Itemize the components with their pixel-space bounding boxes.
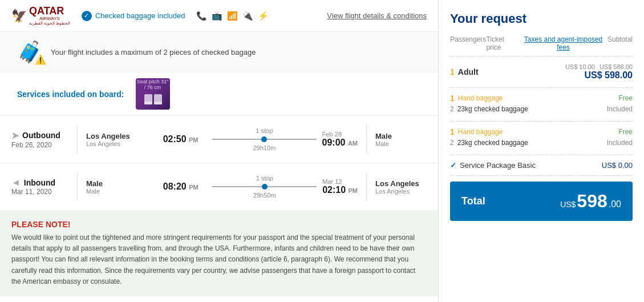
inbound-direction: ◄ Inbound Mar 11, 2020 (11, 178, 68, 196)
service-package-row: ✓ Service Package Basic US$ 0.00 (450, 155, 633, 176)
phone-icon: 📞 (196, 11, 207, 21)
outbound-label: Outbound (22, 131, 60, 140)
inbound-dest-code: Los Angeles (375, 188, 427, 195)
seat-image: Seat pitch 31" / 76 cm (136, 78, 170, 110)
outbound-divider (77, 125, 78, 154)
adult-price-details: US$ 10.00 US$ 588.00 US$ 598.00 (565, 63, 633, 80)
power-icon: 🔌 (242, 11, 253, 21)
adult-taxes-price: US$ 588.00 (600, 63, 633, 70)
inbound-origin: Male Male (86, 179, 149, 195)
outbound-origin-city: Los Angeles (86, 132, 149, 140)
seat-pitch-text: Seat pitch 31" / 76 cm (136, 79, 170, 90)
inbound-stop-dot (262, 184, 268, 190)
outbound-row: ➤ Outbound Feb 26, 2020 Los Angeles Los … (0, 116, 438, 163)
svg-rect-1 (144, 102, 152, 104)
outbound-direction: ➤ Outbound Feb 26, 2020 (11, 130, 68, 149)
total-cents: .00 (609, 199, 621, 210)
checked-baggage-num-2: 2 (450, 139, 454, 147)
inbound-arrival: Mar 12 02:10 PM (322, 178, 358, 195)
inbound-route-line (212, 184, 317, 190)
logo-arabic: الخطوط الجوية القطرية (29, 21, 70, 26)
baggage-section-1: 1 Hand baggage Free 2 23kg checked bagga… (450, 88, 633, 122)
outbound-arrival: Feb 28 09:00 AM (322, 131, 358, 148)
outbound-origin-code: Los Angeles (86, 140, 149, 147)
outbound-depart-time: 02:50 PM (155, 134, 206, 144)
baggage-icon: 🧳⚠️ (17, 40, 43, 64)
outbound-depart-time-value: 02:50 PM (163, 134, 199, 144)
adult-row: 1 Adult US$ 10.00 US$ 588.00 US$ 598.00 (450, 57, 633, 88)
checked-baggage-price-2: Included (607, 139, 633, 147)
your-request-title: Your request (450, 11, 633, 26)
checked-baggage-link[interactable]: ✓ Checked baggage included (82, 11, 185, 21)
service-package-price: US$ 0.00 (602, 161, 633, 170)
checked-baggage-label-1: 23kg checked baggage (457, 105, 528, 113)
request-header: Passengers Ticket price Taxes and agent-… (450, 35, 633, 57)
outbound-stops: 1 stop (256, 127, 273, 134)
total-bar: Total US$ 598 .00 (450, 182, 633, 221)
logo-bird-icon: 🦅 (11, 9, 27, 23)
check-icon: ✓ (82, 11, 92, 21)
outbound-plane-icon: ➤ (11, 130, 19, 141)
inbound-plane-icon: ◄ (11, 178, 21, 188)
hand-baggage-label-2: Hand baggage (458, 128, 503, 136)
checked-baggage-text: Checked baggage included (95, 11, 185, 20)
hand-baggage-row-1: 1 Hand baggage Free (450, 94, 633, 103)
note-body: We would like to point out the tightened… (11, 232, 427, 287)
service-check-icon: ✓ (450, 161, 456, 170)
inbound-destination: Los Angeles Los Angeles (375, 179, 427, 195)
outbound-arrive-time: 09:00 AM (322, 138, 358, 148)
service-icons: 📞 📺 📶 🔌 ⚡ (196, 11, 269, 21)
inbound-divider2 (366, 172, 367, 201)
inbound-origin-code: Male (86, 188, 149, 195)
hand-baggage-price-2: Free (618, 128, 633, 136)
adult-number: 1 (450, 67, 455, 76)
outbound-origin: Los Angeles Los Angeles (86, 132, 149, 147)
baggage-notice-text: Your flight includes a maximum of 2 piec… (51, 48, 256, 57)
usb-icon: ⚡ (258, 11, 269, 21)
svg-rect-3 (154, 102, 162, 104)
inbound-arrive-time: 02:10 PM (322, 185, 358, 195)
baggage-notice: 🧳⚠️ Your flight includes a maximum of 2 … (0, 32, 438, 73)
outbound-passenger-name: Male (375, 132, 427, 140)
inbound-depart-time: 08:20 PM (155, 182, 206, 192)
adult-label: Adult (458, 67, 479, 76)
outbound-passenger: Male Male (375, 132, 427, 147)
services-included-section: Services included on board: Seat pitch 3… (0, 73, 438, 116)
col-passengers: Passengers (450, 35, 486, 51)
outbound-stop-dot (261, 136, 267, 142)
note-section: PLEASE NOTE! We would like to point out … (0, 211, 438, 296)
outbound-route: 1 stop 29h10m (212, 127, 316, 151)
inbound-dest-city: Los Angeles (375, 179, 427, 188)
outbound-passenger-type: Male (375, 140, 427, 147)
adult-base-price: US$ 10.00 (565, 63, 595, 70)
wifi-icon: 📶 (227, 11, 238, 21)
total-currency: US$ (560, 200, 576, 209)
outbound-date: Feb 26, 2020 (11, 141, 68, 149)
checked-baggage-label-2: 23kg checked baggage (457, 139, 528, 147)
hand-baggage-row-2: 1 Hand baggage Free (450, 127, 633, 136)
top-bar: 🦅 QATAR AIRWAYS الخطوط الجوية القطرية ✓ … (0, 0, 438, 32)
outbound-route-line (212, 136, 316, 142)
checked-baggage-row-1: 2 23kg checked baggage Included (450, 105, 633, 113)
view-flight-details-link[interactable]: View flight details & conditions (327, 11, 427, 20)
checked-baggage-price-1: Included (607, 105, 633, 113)
inbound-route: 1 stop 29h50m (212, 175, 317, 199)
inbound-label: Inbound (24, 178, 55, 187)
hand-baggage-num-2: 1 (450, 127, 455, 136)
inbound-stops: 1 stop (256, 175, 273, 182)
adult-total-price: US$ 598.00 (565, 70, 633, 80)
hand-baggage-num-1: 1 (450, 94, 455, 103)
inbound-date: Mar 11, 2020 (11, 188, 68, 196)
outbound-divider2 (366, 125, 367, 154)
total-label: Total (461, 195, 485, 207)
col-ticket-price: Ticket price (486, 35, 519, 51)
taxes-fees-link[interactable]: Taxes and agent-imposed fees (519, 35, 607, 51)
inbound-arrive-date: Mar 12 (322, 178, 342, 185)
inbound-section: ◄ Inbound Mar 11, 2020 Male Male 08:20 P… (0, 163, 438, 211)
note-title: PLEASE NOTE! (11, 220, 427, 229)
screen-icon: 📺 (212, 11, 222, 21)
inbound-duration: 29h50m (253, 192, 276, 199)
services-included-label: Services included on board: (17, 90, 124, 99)
service-package-label: Service Package Basic (460, 161, 536, 170)
hand-baggage-price-1: Free (618, 94, 633, 102)
